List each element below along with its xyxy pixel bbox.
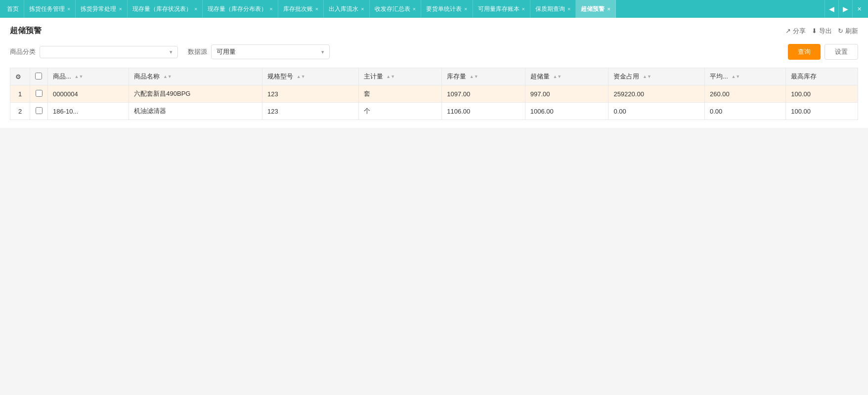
row-stock-1: 1106.00 [442, 103, 525, 120]
nav-tab-10[interactable]: 超储预警 × [576, 0, 615, 18]
nav-tab-1[interactable]: 拣货异常处理 × [76, 0, 127, 18]
export-label: 导出 [819, 27, 832, 36]
tab-label-7: 要货单统计表 [426, 5, 462, 13]
col-stock[interactable]: 库存量 ▲▼ [442, 68, 525, 85]
row-over-stock-1: 1006.00 [525, 103, 608, 120]
close-icon-7[interactable]: × [464, 6, 467, 12]
col-product-name[interactable]: 商品名称 ▲▼ [129, 68, 262, 85]
row-product-code-0: 0000004 [48, 85, 129, 103]
col-max-stock[interactable]: 最高库存 [786, 68, 858, 85]
sort-icon-product-code: ▲▼ [74, 75, 83, 79]
tab-label-3: 现存量（库存分布表） [208, 5, 267, 13]
sort-icon-unit: ▲▼ [386, 75, 395, 79]
filter-row: 商品分类 ▾ 数据源 可用量 ▾ 查询 设置 [10, 44, 858, 60]
row-checkbox-1[interactable] [30, 103, 48, 120]
col-capital-use[interactable]: 资金占用 ▲▼ [608, 68, 705, 85]
row-num-0: 1 [10, 85, 30, 103]
data-table: ⚙ 商品... ▲▼ 商品名称 ▲▼ 规格型号 ▲▼ 主计 [10, 68, 858, 120]
col-max-stock-label: 最高库存 [791, 73, 817, 80]
export-icon: ⬇ [812, 27, 817, 35]
row-capital-use-1: 0.00 [608, 103, 705, 120]
close-icon-0[interactable]: × [67, 6, 70, 12]
col-over-stock[interactable]: 超储量 ▲▼ [525, 68, 608, 85]
share-icon: ↗ [785, 27, 791, 35]
nav-prev-button[interactable]: ◀ [825, 0, 838, 18]
main-content: 超储预警 ↗ 分享 ⬇ 导出 ↻ 刷新 商品分类 ▾ 数据源 [0, 18, 868, 128]
close-icon-2[interactable]: × [194, 6, 197, 12]
col-unit-label: 主计量 [364, 73, 383, 80]
share-label: 分享 [793, 27, 806, 36]
close-icon-10[interactable]: × [607, 6, 610, 12]
row-spec-0: 123 [262, 85, 359, 103]
category-chevron-icon: ▾ [170, 49, 173, 55]
filter-actions: 查询 设置 [788, 44, 858, 60]
row-stock-0: 1097.00 [442, 85, 525, 103]
close-icon-1[interactable]: × [119, 6, 122, 12]
close-icon-5[interactable]: × [361, 6, 364, 12]
gear-icon: ⚙ [15, 73, 21, 80]
row-select-0[interactable] [36, 90, 43, 97]
nav-tab-9[interactable]: 保质期查询 × [530, 0, 576, 18]
close-icon-6[interactable]: × [413, 6, 416, 12]
sort-icon-spec: ▲▼ [297, 75, 305, 79]
page-title: 超储预警 [10, 26, 42, 36]
tab-label-1: 拣货异常处理 [81, 5, 116, 13]
settings-button[interactable]: 设置 [825, 44, 858, 60]
row-unit-1: 个 [358, 103, 442, 120]
col-product-name-label: 商品名称 [134, 73, 160, 80]
close-icon-3[interactable]: × [269, 6, 272, 12]
refresh-icon: ↻ [838, 27, 843, 35]
nav-tab-7[interactable]: 要货单统计表 × [421, 0, 473, 18]
category-select[interactable]: ▾ [40, 46, 178, 58]
col-spec[interactable]: 规格型号 ▲▼ [262, 68, 359, 85]
nav-tab-3[interactable]: 现存量（库存分布表） × [203, 0, 278, 18]
sort-icon-stock: ▲▼ [470, 75, 478, 79]
col-unit[interactable]: 主计量 ▲▼ [358, 68, 442, 85]
col-select-all[interactable] [30, 68, 48, 85]
datasource-filter: 数据源 可用量 ▾ [188, 44, 330, 59]
row-capital-use-0: 259220.00 [608, 85, 705, 103]
nav-tab-6[interactable]: 收发存汇总表 × [370, 0, 421, 18]
row-checkbox-0[interactable] [30, 85, 48, 103]
close-icon-4[interactable]: × [315, 6, 318, 12]
share-button[interactable]: ↗ 分享 [785, 27, 806, 36]
nav-tab-2[interactable]: 现存量（库存状况表） × [128, 0, 203, 18]
col-stock-label: 库存量 [447, 73, 466, 80]
row-product-name-0: 六配套新昌490BPG [129, 85, 262, 103]
nav-tab-4[interactable]: 库存批次账 × [278, 0, 324, 18]
nav-tab-8[interactable]: 可用量库存账本 × [473, 0, 530, 18]
row-spec-1: 123 [262, 103, 359, 120]
row-select-1[interactable] [36, 107, 43, 114]
header-actions: ↗ 分享 ⬇ 导出 ↻ 刷新 [785, 27, 858, 36]
tab-label-5: 出入库流水 [329, 5, 358, 13]
nav-tab-5[interactable]: 出入库流水 × [324, 0, 369, 18]
nav-next-button[interactable]: ▶ [838, 0, 852, 18]
export-button[interactable]: ⬇ 导出 [812, 27, 832, 36]
sort-icon-capital-use: ▲▼ [643, 75, 651, 79]
row-max-stock-1: 100.00 [786, 103, 858, 120]
select-all-checkbox[interactable] [35, 73, 42, 79]
nav-close-all-button[interactable]: × [852, 0, 866, 18]
nav-close-icon: × [857, 5, 861, 13]
top-navigation: 首页 拣货任务管理 × 拣货异常处理 × 现存量（库存状况表） × 现存量（库存… [0, 0, 868, 18]
category-filter: 商品分类 ▾ [10, 46, 178, 58]
refresh-label: 刷新 [845, 27, 858, 36]
sort-icon-over-stock: ▲▼ [553, 75, 562, 79]
query-button[interactable]: 查询 [788, 44, 821, 60]
close-icon-8[interactable]: × [522, 6, 525, 12]
col-spec-label: 规格型号 [267, 73, 293, 80]
col-avg[interactable]: 平均... ▲▼ [704, 68, 785, 85]
row-over-stock-0: 997.00 [525, 85, 608, 103]
col-product-code-label: 商品... [53, 73, 71, 80]
tab-label-10: 超储预警 [581, 5, 605, 13]
sort-icon-avg: ▲▼ [731, 75, 740, 79]
col-product-code[interactable]: 商品... ▲▼ [48, 68, 129, 85]
nav-tab-home[interactable]: 首页 [2, 0, 24, 18]
nav-tab-0[interactable]: 拣货任务管理 × [24, 0, 76, 18]
datasource-value: 可用量 [217, 47, 236, 56]
datasource-select[interactable]: 可用量 ▾ [211, 44, 330, 59]
refresh-button[interactable]: ↻ 刷新 [838, 27, 858, 36]
col-gear[interactable]: ⚙ [10, 68, 30, 85]
row-product-name-1: 机油滤清器 [129, 103, 262, 120]
close-icon-9[interactable]: × [567, 6, 570, 12]
